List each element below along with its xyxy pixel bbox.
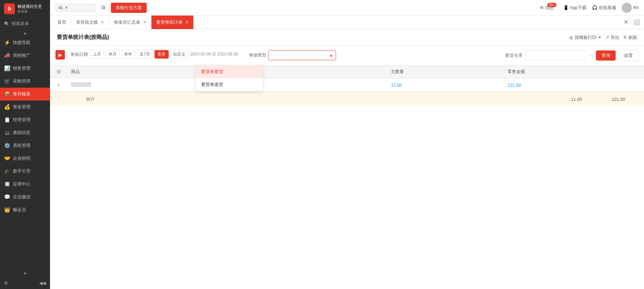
sidebar-item-vip[interactable]: 👑 畅会员 xyxy=(0,203,50,216)
print-icon: 🖨 xyxy=(569,35,573,40)
sidebar-logo: b 畅捷通好生意 标准版 xyxy=(0,0,50,18)
inventory-icon: 📦 xyxy=(4,91,10,97)
amount-link[interactable]: 121.00 xyxy=(507,83,521,88)
warehouse-select[interactable] xyxy=(525,50,586,61)
more-filters-icon[interactable]: ··· xyxy=(589,52,593,59)
topbar: 41 ▼ ⚙ 体验行业方案 ✉ 消息 99+ 📱 App下载 🎧 在线客服 R xyxy=(50,0,644,16)
type-select[interactable]: ▲ xyxy=(268,50,336,60)
user-name: Rit xyxy=(633,5,639,10)
sidebar-item-guide[interactable]: 🎓 新手引导 xyxy=(0,165,50,178)
page-actions: 🖨 按模板打印 ▼ ↗ 导出 ↻ 刷新 xyxy=(569,35,637,41)
sidebar-item-finance[interactable]: 💰 资金管理 xyxy=(0,101,50,113)
finance-icon: 💰 xyxy=(4,104,10,110)
tab-home[interactable]: 首页 xyxy=(53,16,71,29)
sidebar-item-appstore[interactable]: 🔲 应用中心 xyxy=(0,178,50,191)
dropdown-item-order-return[interactable]: 要货单退货 xyxy=(196,78,263,91)
tab-receivable-summary[interactable]: 收发存汇总表 ✕ xyxy=(109,16,151,29)
appstore-icon: 🔲 xyxy=(4,181,10,187)
sidebar-nav: ⚡ 快捷导航 📣 营销推广 📊 销售管理 🛒 采购管理 📦 库存核算 💰 资金管… xyxy=(0,36,50,270)
app-download-button[interactable]: 📱 App下载 xyxy=(563,5,587,11)
sidebar-item-purchase[interactable]: 🛒 采购管理 xyxy=(0,75,50,88)
col-settings: ⚙ xyxy=(50,65,67,79)
vip-icon: 👑 xyxy=(4,207,10,213)
type-select-chevron-up-icon: ▲ xyxy=(329,53,333,58)
scroll-down-arrow[interactable]: ▼ xyxy=(0,270,50,277)
export-icon: ↗ xyxy=(605,35,609,40)
app-name: 畅捷通好生意 标准版 xyxy=(18,4,42,14)
tab-close-receivable-summary[interactable]: ✕ xyxy=(143,20,146,25)
sidebar: b 畅捷通好生意 标准版 🔍 搜索菜单 ▲ ⚡ 快捷导航 📣 营销推广 📊 销售… xyxy=(0,0,50,289)
trial-industry-button[interactable]: 体验行业方案 xyxy=(111,3,147,13)
tab-order-summary[interactable]: 要货单统计表 ✕ xyxy=(151,16,194,29)
last-month-button[interactable]: 上月 xyxy=(90,50,104,59)
print-button[interactable]: 🖨 按模板打印 ▼ xyxy=(569,35,601,41)
footer-amount: 121.00 xyxy=(612,97,639,102)
sidebar-item-system[interactable]: ⚙️ 系统管理 xyxy=(0,139,50,152)
sidebar-item-quick-nav[interactable]: ⚡ 快捷导航 xyxy=(0,36,50,49)
tab-close-order-summary[interactable]: ✕ xyxy=(185,20,189,25)
date-filter-label: 单据日期 xyxy=(70,51,88,58)
row-qty: 11.00 xyxy=(387,79,503,92)
filter-right: 要货仓库 ··· 查询 设置 xyxy=(505,50,639,61)
filter-expand-button[interactable]: ▶ xyxy=(55,50,65,60)
quick-nav-icon: ⚡ xyxy=(4,40,10,46)
operation-icon: 📋 xyxy=(4,117,10,123)
page-title: 要货单统计表(按商品) xyxy=(57,34,109,41)
sidebar-item-marketing[interactable]: 📣 营销推广 xyxy=(0,49,50,62)
sidebar-item-weixin[interactable]: 💬 企业微信 xyxy=(0,191,50,203)
sidebar-item-sales[interactable]: 📊 销售管理 xyxy=(0,62,50,75)
sidebar-item-basic[interactable]: 🗂 基础信息 xyxy=(0,126,50,139)
type-dropdown: 要货单要货 要货单退货 xyxy=(195,65,263,91)
guide-icon: 🎓 xyxy=(4,168,10,174)
online-service-button[interactable]: 🎧 在线客服 xyxy=(592,5,616,11)
notification-badge: 99+ xyxy=(547,3,556,7)
refresh-button[interactable]: ↻ 刷新 xyxy=(623,35,637,41)
last-7days-button[interactable]: 近7天 xyxy=(137,50,153,59)
notification-button[interactable]: ✉ 消息 99+ xyxy=(540,5,554,11)
page-header: 要货单统计表(按商品) 🖨 按模板打印 ▼ ↗ 导出 ↻ 刷新 xyxy=(50,29,644,46)
footer-total-label: 合计 xyxy=(86,96,95,102)
table-body: 1 块 11.00 121.00 xyxy=(50,79,644,92)
tab-close-all-button[interactable]: ✕ xyxy=(621,18,630,27)
user-profile[interactable]: Rit xyxy=(622,3,639,13)
date-buttons: 上月 本月 本年 近7天 更多 自定义 xyxy=(90,50,188,59)
row-amount: 121.00 xyxy=(503,79,644,92)
sidebar-item-cooperation[interactable]: 🤝 企业协同 xyxy=(0,152,50,165)
export-button[interactable]: ↗ 导出 xyxy=(605,35,619,41)
settings-button[interactable]: 设置 xyxy=(618,50,639,61)
tab-maximize-button[interactable]: ⬜ xyxy=(632,18,641,27)
warehouse-filter-label: 要货仓库 xyxy=(505,52,523,59)
table-container: ⚙ 商品 主计量单位 主数量 零售金额 1 xyxy=(50,65,644,92)
tab-inventory-batch[interactable]: 库存批次账 ✕ xyxy=(71,16,109,29)
col-amount-header: 零售金额 xyxy=(503,65,644,79)
custom-date-button[interactable]: 自定义 xyxy=(170,50,188,59)
tab-close-inventory-batch[interactable]: ✕ xyxy=(101,20,104,25)
scroll-up-arrow[interactable]: ▲ xyxy=(0,29,50,36)
logo-icon: b xyxy=(4,3,15,14)
main-area: 41 ▼ ⚙ 体验行业方案 ✉ 消息 99+ 📱 App下载 🎧 在线客服 R xyxy=(50,0,644,289)
store-selector[interactable]: 41 ▼ xyxy=(55,4,96,12)
weixin-icon: 💬 xyxy=(4,194,10,200)
topbar-right: ✉ 消息 99+ 📱 App下载 🎧 在线客服 Rit xyxy=(540,3,639,13)
sidebar-search[interactable]: 🔍 搜索菜单 xyxy=(0,18,50,29)
date-filter-group: 单据日期 上月 本月 本年 近7天 更多 自定义 2023-05-06 至 20… xyxy=(70,50,238,59)
goods-placeholder xyxy=(71,82,91,87)
settings-bottom-icon[interactable]: ⚙ xyxy=(4,281,8,286)
settings-gear-button[interactable]: ⚙ xyxy=(99,3,108,13)
query-button[interactable]: 查询 xyxy=(596,50,616,61)
basic-icon: 🗂 xyxy=(4,130,10,136)
sidebar-item-operation[interactable]: 📋 经营管理 xyxy=(0,113,50,126)
this-year-button[interactable]: 本年 xyxy=(121,50,135,59)
qty-link[interactable]: 11.00 xyxy=(391,83,402,88)
content-inner: 要货单统计表(按商品) 🖨 按模板打印 ▼ ↗ 导出 ↻ 刷新 xyxy=(50,29,644,289)
table-area: ⚙ 商品 主计量单位 主数量 零售金额 1 xyxy=(50,65,644,289)
more-dates-button[interactable]: 更多 xyxy=(154,50,169,59)
sidebar-item-inventory[interactable]: 📦 库存核算 xyxy=(0,88,50,101)
table-row: 1 块 11.00 121.00 xyxy=(50,79,644,92)
collapse-icon[interactable]: ◀◀ xyxy=(39,281,46,286)
headset-icon: 🎧 xyxy=(592,5,597,10)
this-month-button[interactable]: 本月 xyxy=(105,50,120,59)
dropdown-item-order-incoming[interactable]: 要货单要货 xyxy=(196,65,263,78)
system-icon: ⚙️ xyxy=(4,142,10,149)
table-settings-icon[interactable]: ⚙ xyxy=(56,69,61,74)
